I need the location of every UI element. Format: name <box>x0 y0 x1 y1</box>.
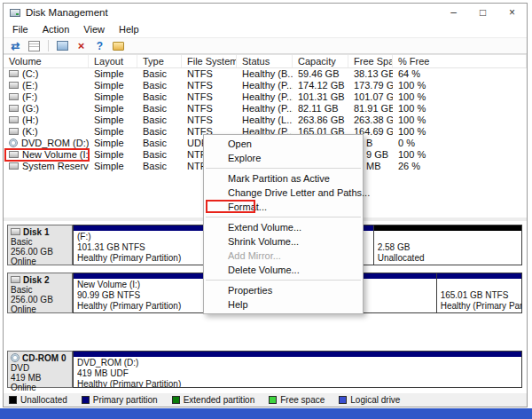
maximize-button[interactable]: □ <box>468 4 497 21</box>
cell-free: 173.79 GB <box>348 80 393 91</box>
disk-info-box[interactable]: Disk 1Basic256.00 GBOnline <box>7 225 73 265</box>
column-header-free-spa[interactable]: Free Spa... <box>348 55 393 67</box>
context-menu-item-shrink-volume[interactable]: Shrink Volume... <box>204 234 363 249</box>
cell-type: Basic <box>137 138 182 149</box>
legend-bar: UnallocatedPrimary partitionExtended par… <box>4 393 527 407</box>
cell-status: Healthy (L... <box>237 115 293 126</box>
context-menu-item-change-drive-letter-and-paths[interactable]: Change Drive Letter and Paths... <box>204 186 363 200</box>
column-header-file-system[interactable]: File System <box>182 55 237 67</box>
delete-volume-icon[interactable]: × <box>75 40 87 52</box>
toolbar: ⇄×? <box>4 37 527 54</box>
legend-item-primary-partition: Primary partition <box>82 395 158 405</box>
disk-name: CD-ROM 0 <box>11 353 69 363</box>
context-menu-item-mark-partition-as-active[interactable]: Mark Partition as Active <box>204 171 363 186</box>
partition-label <box>378 232 521 242</box>
cell-fs: NTFS <box>182 115 237 126</box>
partition-status: Healthy (Primary Partition) <box>77 379 521 388</box>
disk-type: Basic <box>11 285 69 295</box>
partition-segment[interactable]: 2.58 GBUnallocated <box>374 225 522 265</box>
cell-volume: (E:) <box>4 80 89 91</box>
legend-item-extended-partition: Extended partition <box>172 395 255 405</box>
menu-file[interactable]: File <box>5 22 35 36</box>
drive-icon <box>9 82 19 89</box>
cell-type: Basic <box>137 126 182 138</box>
column-header-type[interactable]: Type <box>137 55 182 67</box>
close-button[interactable]: × <box>497 4 527 21</box>
context-menu-label: Mark Partition as Active <box>228 173 330 184</box>
disk-name-label: CD-ROM 0 <box>22 353 66 363</box>
cell-free: 81.91 GB <box>348 103 393 115</box>
column-header-free[interactable]: % Free <box>393 55 527 67</box>
column-header-capacity[interactable]: Capacity <box>293 55 348 67</box>
cell-volume: New Volume (I:) <box>4 149 89 161</box>
cell-free: 38.13 GB <box>348 68 393 80</box>
disk-info-box[interactable]: CD-ROM 0DVD419 MBOnline <box>7 351 73 388</box>
partition-detail: 2.58 GB <box>378 242 521 253</box>
help-icon[interactable]: ? <box>94 40 106 52</box>
cell-pct_free: 100 % <box>393 80 527 91</box>
context-menu-item-open[interactable]: Open <box>204 137 363 151</box>
disk-name: Disk 1 <box>11 227 69 237</box>
context-menu-item-properties[interactable]: Properties <box>204 283 363 297</box>
context-menu-item-extend-volume[interactable]: Extend Volume... <box>204 220 363 234</box>
menu-action[interactable]: Action <box>35 22 77 36</box>
cell-capacity: 101.31 GB <box>293 91 348 103</box>
export-list-icon[interactable] <box>28 41 40 51</box>
cell-capacity: 263.86 GB <box>293 115 348 126</box>
volume-name: (K:) <box>22 126 38 137</box>
window-title: Disk Management <box>26 7 108 18</box>
partition-label <box>441 280 521 290</box>
cell-type: Basic <box>137 80 182 91</box>
volume-row-f[interactable]: (F:)SimpleBasicNTFSHealthy (P...101.31 G… <box>4 91 527 103</box>
cell-volume: (F:) <box>4 91 89 103</box>
disk-status: Online <box>11 257 69 266</box>
partition-status: Healthy (Primary Partition) <box>441 301 521 312</box>
cell-status: Healthy (P... <box>237 91 293 103</box>
cell-layout: Simple <box>89 161 137 172</box>
context-menu-label: Change Drive Letter and Paths... <box>228 187 370 198</box>
partition-segment[interactable]: DVD_ROM (D:)419 MB UDFHealthy (Primary P… <box>73 351 522 388</box>
cell-capacity: 174.12 GB <box>293 80 348 91</box>
menu-help[interactable]: Help <box>112 22 146 36</box>
context-menu-item-add-mirror[interactable]: Add Mirror... <box>204 249 363 263</box>
legend-color-swatch <box>339 396 347 404</box>
disk-type: Basic <box>11 237 69 247</box>
context-menu-label: Format... <box>228 202 267 212</box>
volume-name: (F:) <box>22 91 37 102</box>
cell-volume: (C:) <box>4 68 89 80</box>
cell-capacity: 82.11 GB <box>293 103 348 115</box>
context-menu-item-delete-volume[interactable]: Delete Volume... <box>204 263 363 277</box>
context-menu-item-help[interactable]: Help <box>204 297 363 312</box>
menu-view[interactable]: View <box>76 22 112 36</box>
toolbar-separator <box>48 40 49 51</box>
column-header-layout[interactable]: Layout <box>89 55 137 67</box>
volume-row-c[interactable]: (C:)SimpleBasicNTFSHealthy (B...59.46 GB… <box>4 68 527 80</box>
cell-layout: Simple <box>89 91 137 103</box>
properties-icon[interactable] <box>57 41 68 51</box>
folder-icon[interactable] <box>113 42 124 51</box>
column-header-volume[interactable]: Volume <box>4 55 89 67</box>
context-menu-item-format[interactable]: Format... <box>204 200 363 214</box>
partition-segment[interactable]: 165.01 GB NTFSHealthy (Primary Partition… <box>437 273 522 313</box>
partition-info: 165.01 GB NTFSHealthy (Primary Partition… <box>437 279 521 312</box>
disk-name: Disk 2 <box>11 275 69 285</box>
disk-size: 256.00 GB <box>11 295 69 304</box>
context-menu-item-explore[interactable]: Explore <box>204 151 363 165</box>
minimize-button[interactable]: – <box>439 4 468 21</box>
cd-icon <box>9 138 18 147</box>
volume-row-h[interactable]: (H:)SimpleBasicNTFSHealthy (L...263.86 G… <box>4 115 527 126</box>
column-header-status[interactable]: Status <box>237 55 293 67</box>
cell-type: Basic <box>137 103 182 115</box>
legend-item-free-space: Free space <box>269 395 325 405</box>
cell-pct_free: 26 % <box>393 161 527 172</box>
legend-color-swatch <box>172 396 180 404</box>
volume-row-e[interactable]: (E:)SimpleBasicNTFSHealthy (P...174.12 G… <box>4 80 527 91</box>
console-tree-toggle-icon[interactable]: ⇄ <box>10 40 21 52</box>
volume-row-g[interactable]: (G:)SimpleBasicNTFSHealthy (P...82.11 GB… <box>4 103 527 115</box>
volume-name: (G:) <box>22 103 39 114</box>
context-menu-label: Properties <box>228 285 272 296</box>
context-menu: OpenExploreMark Partition as ActiveChang… <box>203 134 364 314</box>
disk-info-box[interactable]: Disk 2Basic256.00 GBOnline <box>7 273 73 313</box>
partition-info: 2.58 GBUnallocated <box>374 231 521 264</box>
partition-detail: 165.01 GB NTFS <box>441 290 521 301</box>
